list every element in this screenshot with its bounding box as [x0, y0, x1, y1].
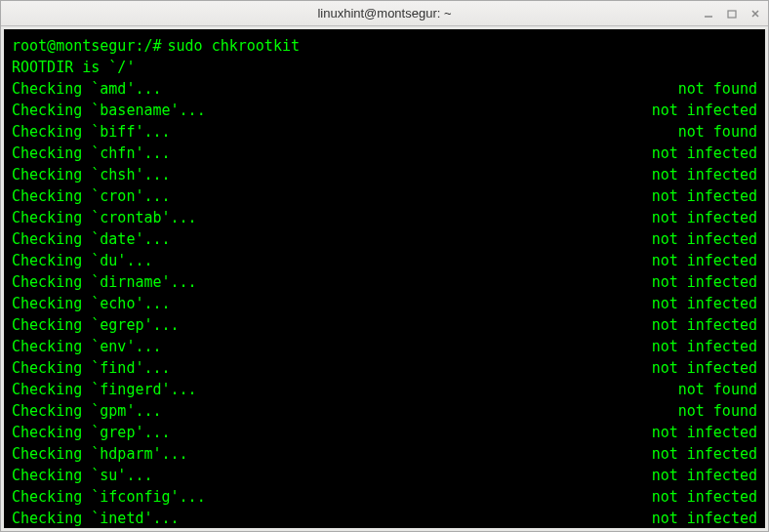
check-line: Checking `chsh'...not infected: [12, 164, 757, 185]
rootdir-line: ROOTDIR is `/': [12, 57, 757, 78]
check-line: Checking `biff'...not found: [12, 121, 757, 143]
check-status: not infected: [652, 465, 757, 486]
check-name: Checking `fingerd'...: [12, 379, 197, 400]
check-line: Checking `grep'...not infected: [12, 422, 757, 443]
check-status: not infected: [652, 228, 757, 250]
terminal-window: linuxhint@montsegur: ~ root@montsegur:/#…: [0, 0, 769, 532]
check-name: Checking `hdparm'...: [12, 443, 188, 465]
check-line: Checking `su'...not infected: [12, 465, 757, 486]
check-line: Checking `echo'...not infected: [12, 293, 757, 314]
check-line: Checking `inetd'...not infected: [12, 508, 757, 528]
check-line: Checking `gpm'...not found: [12, 400, 757, 422]
check-name: Checking `grep'...: [12, 422, 171, 443]
check-line: Checking `env'...not infected: [12, 336, 757, 357]
check-name: Checking `inetd'...: [12, 508, 180, 528]
command: sudo chkrootkit: [168, 35, 300, 57]
check-line: Checking `crontab'...not infected: [12, 207, 757, 228]
check-name: Checking `chfn'...: [12, 143, 171, 164]
check-line: Checking `date'...not infected: [12, 228, 757, 250]
prompt-line: root@montsegur:/# sudo chkrootkit: [12, 35, 757, 57]
check-status: not found: [678, 400, 757, 422]
check-status: not infected: [652, 185, 757, 207]
check-name: Checking `chsh'...: [12, 164, 171, 185]
check-line: Checking `cron'...not infected: [12, 185, 757, 207]
check-status: not found: [678, 78, 757, 100]
check-name: Checking `gpm'...: [12, 400, 162, 422]
check-line: Checking `basename'...not infected: [12, 100, 757, 121]
check-line: Checking `chfn'...not infected: [12, 143, 757, 164]
check-status: not infected: [652, 422, 757, 443]
check-line: Checking `dirname'...not infected: [12, 271, 757, 293]
check-status: not infected: [652, 271, 757, 293]
check-line: Checking `find'...not infected: [12, 357, 757, 379]
check-line: Checking `hdparm'...not infected: [12, 443, 757, 465]
check-name: Checking `date'...: [12, 228, 171, 250]
check-name: Checking `basename'...: [12, 100, 206, 121]
check-status: not infected: [652, 336, 757, 357]
minimize-button[interactable]: [702, 7, 715, 20]
check-line: Checking `du'...not infected: [12, 250, 757, 271]
check-status: not found: [678, 379, 757, 400]
check-status: not infected: [652, 100, 757, 121]
check-status: not found: [678, 121, 757, 143]
svg-rect-1: [728, 11, 736, 18]
check-name: Checking `env'...: [12, 336, 162, 357]
check-name: Checking `egrep'...: [12, 314, 180, 336]
check-status: not infected: [652, 314, 757, 336]
prompt: root@montsegur:/#: [12, 35, 162, 57]
check-name: Checking `find'...: [12, 357, 171, 379]
check-name: Checking `dirname'...: [12, 271, 197, 293]
check-line: Checking `fingerd'...not found: [12, 379, 757, 400]
check-line: Checking `amd'...not found: [12, 78, 757, 100]
check-status: not infected: [652, 508, 757, 528]
check-name: Checking `ifconfig'...: [12, 486, 206, 508]
check-status: not infected: [652, 250, 757, 271]
check-name: Checking `echo'...: [12, 293, 171, 314]
check-status: not infected: [652, 164, 757, 185]
check-name: Checking `amd'...: [12, 78, 162, 100]
window-title: linuxhint@montsegur: ~: [317, 6, 451, 20]
window-controls: [702, 7, 762, 20]
check-status: not infected: [652, 207, 757, 228]
check-status: not infected: [652, 293, 757, 314]
check-name: Checking `cron'...: [12, 185, 171, 207]
check-status: not infected: [652, 486, 757, 508]
check-status: not infected: [652, 143, 757, 164]
check-status: not infected: [652, 357, 757, 379]
maximize-button[interactable]: [725, 7, 739, 20]
check-name: Checking `su'...: [12, 465, 153, 486]
check-line: Checking `ifconfig'...not infected: [12, 486, 757, 508]
close-button[interactable]: [749, 7, 762, 20]
check-output: Checking `amd'...not foundChecking `base…: [12, 78, 757, 528]
check-name: Checking `du'...: [12, 250, 153, 271]
check-line: Checking `egrep'...not infected: [12, 314, 757, 336]
check-name: Checking `crontab'...: [12, 207, 197, 228]
check-status: not infected: [652, 443, 757, 465]
titlebar: linuxhint@montsegur: ~: [1, 1, 768, 26]
check-name: Checking `biff'...: [12, 121, 171, 143]
terminal-area[interactable]: root@montsegur:/# sudo chkrootkit ROOTDI…: [4, 29, 765, 528]
